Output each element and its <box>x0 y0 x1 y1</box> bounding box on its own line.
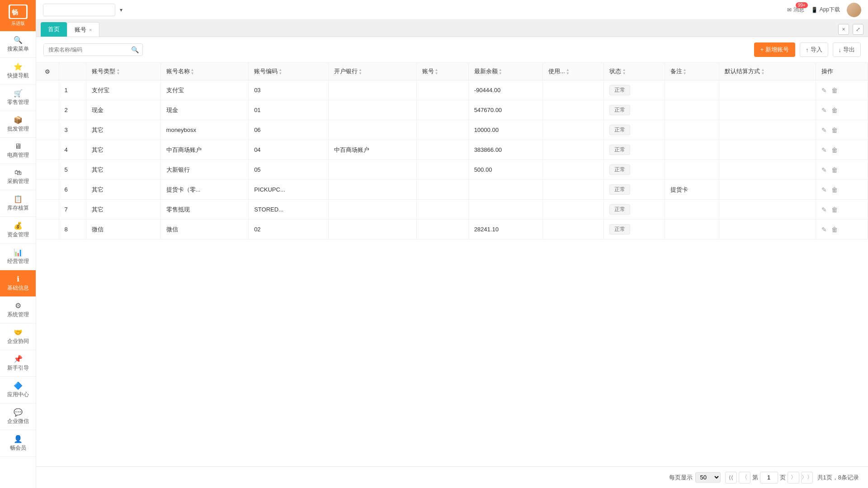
tab-maximize-button[interactable]: ⤢ <box>853 24 863 35</box>
delete-icon[interactable]: 🗑 <box>831 166 838 174</box>
delete-icon[interactable]: 🗑 <box>831 107 838 114</box>
delete-icon[interactable]: 🗑 <box>831 146 838 154</box>
notify-button[interactable]: ✉ 消息 99+ <box>787 6 804 14</box>
edit-icon[interactable]: ✎ <box>821 186 827 193</box>
row-code: PICKUPC... <box>249 180 329 200</box>
row-status: 正常 <box>604 200 665 220</box>
delete-icon[interactable]: 🗑 <box>831 127 838 134</box>
sidebar-icon-finance-mgmt: 💰 <box>2 221 33 230</box>
row-index: 2 <box>59 100 86 120</box>
settings-col-header[interactable]: ⚙ <box>36 63 59 80</box>
type-col-header[interactable]: 账号类型▲▼ <box>86 63 160 80</box>
tab-account[interactable]: 账号 × <box>67 22 99 37</box>
balance-col-header[interactable]: 最新余额▲▼ <box>468 63 542 80</box>
search-box[interactable]: 🔍 <box>43 43 143 56</box>
sidebar-item-basic-info[interactable]: ℹ基础信息 <box>0 270 36 297</box>
app-download-button[interactable]: 📱 App下载 <box>811 6 840 14</box>
first-page-button[interactable]: ⟨⟨ <box>725 472 737 483</box>
topbar-left: ▾ <box>43 4 123 16</box>
sidebar-label-quick-nav: 快捷导航 <box>2 72 33 80</box>
sidebar-item-inventory[interactable]: 📋库存核算 <box>0 190 36 217</box>
import-button[interactable]: ↑ 导入 <box>800 42 828 57</box>
action-icons: ✎ 🗑 <box>821 186 862 193</box>
sidebar-item-quick-nav[interactable]: ⭐快捷导航 <box>0 58 36 84</box>
prev-page-button[interactable]: 〈 <box>739 472 750 483</box>
tab-account-label: 账号 <box>75 26 86 34</box>
delete-icon[interactable]: 🗑 <box>831 87 838 94</box>
row-balance: 383866.00 <box>468 140 542 160</box>
search-input[interactable] <box>44 44 127 56</box>
edit-icon[interactable]: ✎ <box>821 226 827 233</box>
sidebar-icon-inventory: 📋 <box>2 195 33 203</box>
main-area: ▾ ✉ 消息 99+ 📱 App下载 首页 账号 × <box>36 0 868 488</box>
sidebar-item-ops-mgmt[interactable]: 📊经营管理 <box>0 244 36 270</box>
edit-icon[interactable]: ✎ <box>821 146 827 154</box>
action-icons: ✎ 🗑 <box>821 206 862 213</box>
tab-bar: 首页 账号 × × ⤢ <box>36 20 868 37</box>
avatar[interactable] <box>847 3 861 17</box>
last-page-button[interactable]: 〉〉 <box>801 472 813 483</box>
next-page-button[interactable]: 〉 <box>788 472 799 483</box>
sidebar-item-sys-mgmt[interactable]: ⚙系统管理 <box>0 297 36 324</box>
remark-col-header[interactable]: 备注▲▼ <box>665 63 719 80</box>
sidebar-icon-sys-mgmt: ⚙ <box>2 301 33 310</box>
settings-icon[interactable]: ⚙ <box>45 68 50 75</box>
status-badge: 正常 <box>609 224 630 235</box>
edit-icon[interactable]: ✎ <box>821 166 827 174</box>
edit-icon[interactable]: ✎ <box>821 107 827 114</box>
row-account <box>416 180 468 200</box>
page-size-select: 每页显示 50 100 200 <box>669 472 721 483</box>
row-usage <box>542 80 604 100</box>
sidebar-item-finance-mgmt[interactable]: 💰资金管理 <box>0 217 36 244</box>
export-button[interactable]: ↓ 导出 <box>833 42 861 57</box>
sidebar-item-app-center[interactable]: 🔷应用中心 <box>0 377 36 404</box>
name-col-header[interactable]: 账号名称▲▼ <box>160 63 249 80</box>
topbar-search-input[interactable] <box>43 4 115 16</box>
sidebar-item-purchase-mgmt[interactable]: 🛍采购管理 <box>0 164 36 190</box>
row-name: 大新银行 <box>160 160 249 180</box>
row-actions: ✎ 🗑 <box>816 100 868 120</box>
table-row: 6 其它 提货卡（零... PICKUPC... 正常 提货卡 ✎ 🗑 <box>36 180 868 200</box>
row-payment <box>719 200 816 220</box>
row-settings <box>36 220 59 239</box>
add-account-label: + 新增账号 <box>760 46 789 54</box>
sidebar-label-member: 畅会员 <box>2 444 33 452</box>
table-row: 7 其它 零售抵现 STORED... 正常 ✎ 🗑 <box>36 200 868 220</box>
total-info: 共1页，8条记录 <box>817 474 859 482</box>
payment-col-header[interactable]: 默认结算方式▲▼ <box>719 63 816 80</box>
sidebar-label-purchase-mgmt: 采购管理 <box>2 178 33 185</box>
status-col-header[interactable]: 状态▲▼ <box>604 63 665 80</box>
delete-icon[interactable]: 🗑 <box>831 186 838 193</box>
row-bank <box>329 220 417 239</box>
page-size-dropdown[interactable]: 50 100 200 <box>695 472 721 483</box>
account-table-container: ⚙ 账号类型▲▼ 账号名称▲▼ 账号编码▲▼ 开户银行▲▼ 账号▲▼ 最新余额▲… <box>36 63 868 466</box>
delete-icon[interactable]: 🗑 <box>831 206 838 213</box>
sidebar-item-wholesale-mgmt[interactable]: 📦批发管理 <box>0 111 36 138</box>
sidebar-item-retail-mgmt[interactable]: 🛒零售管理 <box>0 84 36 111</box>
usage-col-header[interactable]: 使用...▲▼ <box>542 63 604 80</box>
topbar-dropdown[interactable]: ▾ <box>120 7 123 13</box>
edit-icon[interactable]: ✎ <box>821 127 827 134</box>
row-payment <box>719 100 816 120</box>
sidebar-item-search-orders[interactable]: 🔍搜索菜单 <box>0 31 36 58</box>
bank-col-header[interactable]: 开户银行▲▼ <box>329 63 417 80</box>
delete-icon[interactable]: 🗑 <box>831 226 838 233</box>
row-name: 支付宝 <box>160 80 249 100</box>
edit-icon[interactable]: ✎ <box>821 206 827 213</box>
sidebar-item-enterprise-agreement[interactable]: 🤝企业协同 <box>0 324 36 350</box>
page-number-input[interactable] <box>760 472 778 483</box>
tab-home[interactable]: 首页 <box>41 22 67 37</box>
sidebar-label-app-center: 应用中心 <box>2 391 33 399</box>
code-col-header[interactable]: 账号编码▲▼ <box>249 63 329 80</box>
sidebar-item-enterprise-wechat[interactable]: 💬企业微信 <box>0 404 36 430</box>
sidebar-item-ecommerce-mgmt[interactable]: 🖥电商管理 <box>0 138 36 164</box>
edit-icon[interactable]: ✎ <box>821 87 827 94</box>
add-account-button[interactable]: + 新增账号 <box>754 42 795 57</box>
row-payment <box>719 80 816 100</box>
search-button[interactable]: 🔍 <box>127 46 142 53</box>
tab-close-icon[interactable]: × <box>89 27 92 33</box>
tab-close-all-button[interactable]: × <box>838 24 849 35</box>
sidebar-item-new-guide[interactable]: 📌新手引导 <box>0 350 36 377</box>
sidebar-item-member[interactable]: 👤畅会员 <box>0 430 36 457</box>
account-col-header[interactable]: 账号▲▼ <box>416 63 468 80</box>
